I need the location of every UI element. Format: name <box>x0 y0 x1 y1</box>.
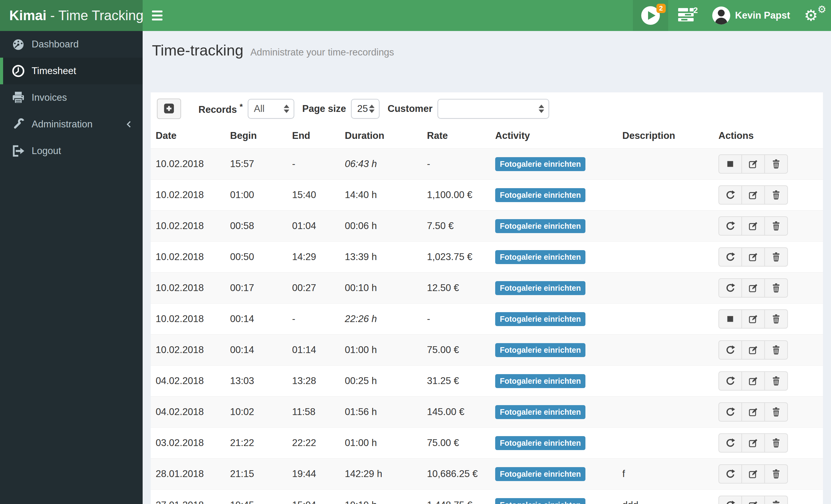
trash-icon <box>775 252 777 253</box>
restart-button[interactable] <box>718 185 742 205</box>
app-logo[interactable]: Kimai - Time Tracking <box>0 0 143 31</box>
add-record-button[interactable] <box>157 98 181 119</box>
delete-button[interactable] <box>764 371 788 390</box>
timesheet-row: 10.02.2018 00:50 14:29 13:39 h 1,023.75 … <box>151 241 823 272</box>
restart-button[interactable] <box>718 402 742 421</box>
edit-button[interactable] <box>741 402 765 421</box>
delete-button[interactable] <box>764 309 788 329</box>
running-timers-menu[interactable]: 2 <box>633 0 668 31</box>
activity-badge[interactable]: Fotogalerie einrichten <box>495 467 585 481</box>
activity-badge[interactable]: Fotogalerie einrichten <box>495 219 585 233</box>
cell-begin: 10:02 <box>225 396 287 427</box>
restart-button[interactable] <box>718 278 742 298</box>
activity-badge[interactable]: Fotogalerie einrichten <box>495 405 585 419</box>
activity-badge[interactable]: Fotogalerie einrichten <box>495 281 585 295</box>
delete-button[interactable] <box>764 247 788 267</box>
cell-description <box>618 272 714 303</box>
sidebar-item-administration[interactable]: Administration <box>0 111 143 138</box>
settings-menu[interactable]: ⚙⚙ <box>799 0 831 31</box>
activity-badge[interactable]: Fotogalerie einrichten <box>495 343 585 357</box>
tasks-count-badge: 2 <box>693 6 698 15</box>
edit-button[interactable] <box>741 185 765 205</box>
timesheet-row: 03.02.2018 21:22 22:22 01:00 h 75.00 € F… <box>151 427 823 458</box>
cell-duration: 22:26 h <box>340 303 422 334</box>
delete-button[interactable] <box>764 154 788 174</box>
sidebar-item-dashboard[interactable]: Dashboard <box>0 31 143 58</box>
cell-activity: Fotogalerie einrichten <box>490 210 618 241</box>
edit-button[interactable] <box>741 371 765 390</box>
edit-button[interactable] <box>741 216 765 236</box>
edit-button[interactable] <box>741 309 765 329</box>
logo-bold: Kimai <box>9 8 47 23</box>
cell-activity: Fotogalerie einrichten <box>490 148 618 179</box>
cell-actions <box>714 272 823 303</box>
activity-badge[interactable]: Fotogalerie einrichten <box>495 157 585 171</box>
cell-begin: 00:17 <box>225 272 287 303</box>
sidebar-item-timesheet[interactable]: Timesheet <box>0 58 143 84</box>
restart-button[interactable] <box>718 340 742 360</box>
chevron-left-icon <box>125 120 132 129</box>
trash-icon <box>775 283 777 284</box>
cell-rate: - <box>422 148 490 179</box>
sidebar-item-label: Invoices <box>32 92 143 103</box>
cell-date: 10.02.2018 <box>151 179 225 210</box>
customer-select[interactable] <box>437 99 549 119</box>
cell-activity: Fotogalerie einrichten <box>490 365 618 396</box>
edit-button[interactable] <box>741 496 765 504</box>
customer-label: Customer <box>388 103 433 114</box>
tasks-menu[interactable]: 2 <box>668 0 704 31</box>
cell-date: 10.02.2018 <box>151 334 225 365</box>
cell-description <box>618 396 714 427</box>
select-caret-icon <box>369 105 375 113</box>
cell-begin: 00:58 <box>225 210 287 241</box>
restart-button[interactable] <box>718 247 742 267</box>
column-header-rate: Rate <box>422 122 490 148</box>
page-size-select[interactable]: 25 <box>351 99 379 119</box>
activity-badge[interactable]: Fotogalerie einrichten <box>495 250 585 264</box>
delete-button[interactable] <box>764 216 788 236</box>
restart-button[interactable] <box>718 433 742 452</box>
cell-actions <box>714 427 823 458</box>
delete-button[interactable] <box>764 464 788 483</box>
timesheet-row: 10.02.2018 00:14 01:14 01:00 h 75.00 € F… <box>151 334 823 365</box>
stop-button[interactable] <box>718 309 742 329</box>
sidebar-item-logout[interactable]: Logout <box>0 138 143 164</box>
activity-badge[interactable]: Fotogalerie einrichten <box>495 374 585 388</box>
edit-button[interactable] <box>741 247 765 267</box>
delete-button[interactable] <box>764 433 788 452</box>
records-filter-select[interactable]: All <box>248 99 294 119</box>
delete-button[interactable] <box>764 402 788 421</box>
activity-badge[interactable]: Fotogalerie einrichten <box>495 498 585 504</box>
sidebar-toggle-button[interactable] <box>152 0 177 31</box>
cell-rate: - <box>422 303 490 334</box>
top-navbar: Kimai - Time Tracking 2 2 Kevin <box>0 0 831 31</box>
cell-description: f <box>618 458 714 490</box>
column-header-description: Description <box>618 122 714 148</box>
sidebar-item-invoices[interactable]: Invoices <box>0 84 143 111</box>
activity-badge[interactable]: Fotogalerie einrichten <box>495 436 585 450</box>
sidebar-item-label: Logout <box>32 145 143 156</box>
delete-button[interactable] <box>764 278 788 298</box>
delete-button[interactable] <box>764 340 788 360</box>
activity-badge[interactable]: Fotogalerie einrichten <box>495 312 585 326</box>
edit-button[interactable] <box>741 154 765 174</box>
restart-button[interactable] <box>718 371 742 390</box>
table-header-row: Date Begin End Duration Rate Activity De… <box>151 122 823 148</box>
cell-description <box>618 427 714 458</box>
records-filter-value: All <box>254 103 264 114</box>
activity-badge[interactable]: Fotogalerie einrichten <box>495 188 585 202</box>
edit-button[interactable] <box>741 433 765 452</box>
user-menu[interactable]: Kevin Papst <box>704 0 799 31</box>
cell-activity: Fotogalerie einrichten <box>490 272 618 303</box>
delete-button[interactable] <box>764 496 788 504</box>
page-subtitle: Administrate your time-recordings <box>250 47 394 58</box>
restart-button[interactable] <box>718 216 742 236</box>
delete-button[interactable] <box>764 185 788 205</box>
edit-button[interactable] <box>741 464 765 483</box>
stop-button[interactable] <box>718 154 742 174</box>
timesheet-row: 28.01.2018 21:15 19:44 142:29 h 10,686.2… <box>151 458 823 490</box>
restart-button[interactable] <box>718 496 742 504</box>
edit-button[interactable] <box>741 278 765 298</box>
restart-button[interactable] <box>718 464 742 483</box>
edit-button[interactable] <box>741 340 765 360</box>
